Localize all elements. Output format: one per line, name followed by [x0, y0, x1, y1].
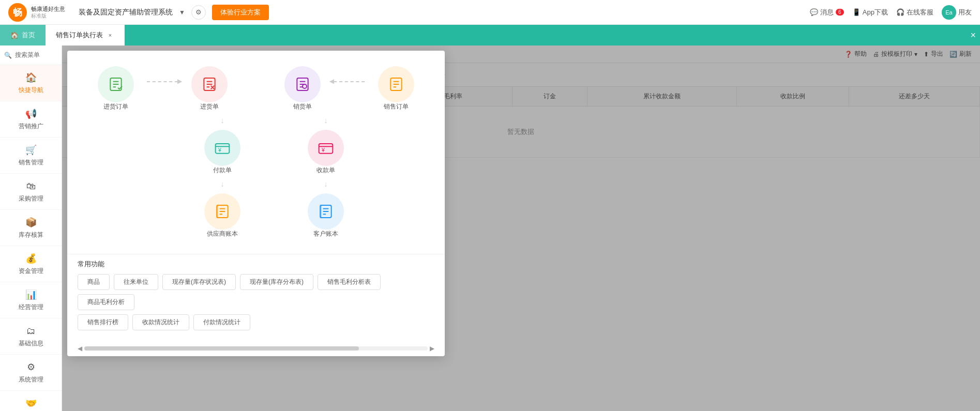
sidebar: 🔍 搜索菜单 🏠 快捷导航 📢 营销推广 🛒 销售管理 🛍 采购管理 📦 库存核…	[0, 45, 62, 411]
arrow-down-payment: ↓	[221, 180, 224, 188]
close-all-tabs-btn[interactable]: ×	[970, 30, 976, 41]
service-icon: 🎧	[896, 8, 904, 16]
svg-point-12	[303, 84, 307, 88]
sidebar-item-marketing[interactable]: 📢 营销推广	[0, 101, 62, 138]
func-btn-partner[interactable]: 往来单位	[114, 274, 158, 290]
sidebar-item-purchase[interactable]: 🛍 采购管理	[0, 174, 62, 210]
node-purchase-slip: 进货单	[182, 66, 237, 111]
common-functions: 常用功能 商品 往来单位 现存量(库存状况表) 现存量(库存分布表) 销售毛利分…	[67, 254, 445, 341]
settings-btn[interactable]: ⚙	[191, 5, 206, 20]
common-functions-title: 常用功能	[78, 260, 434, 269]
func-btn-receipt-stats[interactable]: 收款情况统计	[132, 314, 189, 330]
func-btn-stock-status[interactable]: 现存量(库存状况表)	[162, 274, 236, 290]
func-buttons-row-1: 商品 往来单位 现存量(库存状况表) 现存量(库存分布表) 销售毛利分析表 商品…	[78, 274, 434, 310]
purchase-order-icon	[98, 66, 134, 102]
supplier-ledger-icon	[204, 193, 240, 230]
arrow-purchase	[144, 81, 181, 97]
sales-icon: 🛒	[25, 144, 37, 156]
purchase-icon: 🛍	[25, 180, 37, 192]
marketing-icon: 📢	[25, 108, 37, 120]
node-customer-ledger: 客户账本	[295, 193, 357, 238]
scroll-right-btn[interactable]: ▶	[430, 345, 434, 352]
scroll-row: ◀ ▶	[67, 341, 445, 356]
avatar: Ea	[942, 5, 956, 20]
experience-btn[interactable]: 体验行业方案	[212, 5, 269, 20]
node-receipt: ¥ 收款单	[295, 130, 357, 175]
node-supplier-ledger: 供应商账本	[191, 193, 253, 238]
operations-icon: 📊	[25, 288, 37, 301]
func-btn-sales-rank[interactable]: 销售排行榜	[78, 314, 128, 330]
scroll-thumb	[84, 346, 359, 351]
purchase-slip-icon	[191, 66, 228, 102]
svg-rect-20	[319, 144, 333, 154]
func-btn-payment-stats[interactable]: 付款情况统计	[193, 314, 250, 330]
node-payment: ¥ 付款单	[191, 130, 253, 175]
scroll-track[interactable]	[84, 346, 428, 351]
workflow-diagram: 进货订单	[67, 51, 445, 254]
customer-ledger-icon	[308, 193, 344, 230]
tab-home[interactable]: 🏠 首页	[0, 25, 46, 45]
message-item[interactable]: 💬 消息 6	[810, 8, 844, 17]
func-buttons-row-2: 销售排行榜 收款情况统计 付款情况统计	[78, 314, 434, 330]
sidebar-item-system[interactable]: ⚙ 系统管理	[0, 355, 62, 391]
arrow-down-purchase: ↓	[221, 116, 224, 125]
quick-nav-icon: 🏠	[25, 71, 37, 84]
search-icon: 🔍	[4, 52, 12, 59]
arrow-sales	[330, 81, 368, 97]
sidebar-item-enterprise[interactable]: 🤝 企业协同	[0, 391, 62, 411]
sidebar-item-finance[interactable]: 💰 资金管理	[0, 246, 62, 282]
sidebar-item-quick-nav[interactable]: 🏠 快捷导航	[0, 65, 62, 101]
svg-rect-32	[320, 205, 322, 219]
func-btn-goods[interactable]: 商品	[78, 274, 110, 290]
payment-icon: ¥	[204, 130, 240, 166]
system-dropdown-btn[interactable]: ▼	[179, 9, 185, 16]
online-service-item[interactable]: 🎧 在线客服	[896, 8, 933, 17]
sales-order-icon	[378, 66, 414, 102]
sales-slip-icon	[284, 66, 321, 102]
logo-text: 畅康通好生意 标准版	[31, 5, 65, 19]
header-right: 💬 消息 6 📱 App下载 🎧 在线客服 Ea 用友	[810, 5, 972, 20]
finance-icon: 💰	[25, 252, 37, 265]
top-header: 畅 畅康通好生意 标准版 装备及固定资产辅助管理系统 ▼ ⚙ 体验行业方案 💬 …	[0, 0, 980, 25]
tab-close-btn[interactable]: ×	[106, 31, 114, 39]
logo-area: 畅 畅康通好生意 标准版	[8, 3, 70, 22]
message-icon: 💬	[810, 8, 818, 16]
inventory-icon: 📦	[25, 216, 37, 229]
home-icon: 🏠	[10, 32, 19, 39]
func-btn-sales-profit[interactable]: 销售毛利分析表	[318, 274, 381, 290]
message-badge: 6	[836, 9, 844, 16]
func-btn-stock-dist[interactable]: 现存量(库存分布表)	[240, 274, 313, 290]
arrows-row: ↓ ↓	[88, 116, 424, 125]
receipt-icon: ¥	[308, 130, 344, 166]
svg-rect-17	[216, 144, 230, 154]
enterprise-icon: 🤝	[25, 397, 37, 409]
sidebar-item-inventory[interactable]: 📦 库存核算	[0, 210, 62, 246]
arrow-down-sales: ↓	[324, 116, 328, 125]
arrow-down-receipt: ↓	[324, 180, 328, 188]
modal-box: 进货订单	[67, 51, 445, 356]
main-layout: 🔍 搜索菜单 🏠 快捷导航 📢 营销推广 🛒 销售管理 🛍 采购管理 📦 库存核…	[0, 45, 980, 411]
sidebar-item-basic-info[interactable]: 🗂 基础信息	[0, 318, 62, 355]
svg-text:¥: ¥	[321, 147, 325, 153]
arrows-row-2: ↓ ↓	[88, 180, 424, 188]
node-sales-slip: 销货单	[275, 66, 330, 111]
sidebar-search[interactable]: 🔍 搜索菜单	[0, 45, 62, 65]
nav-tabs: 🏠 首页 销售订单执行表 × ×	[0, 25, 980, 45]
phone-icon: 📱	[852, 8, 861, 16]
workflow-row-1: 进货订单	[88, 66, 424, 111]
system-icon: ⚙	[25, 361, 37, 373]
workflow-row-3: 供应商账本	[88, 193, 424, 238]
sidebar-item-operations[interactable]: 📊 经营管理	[0, 282, 62, 318]
basic-info-icon: 🗂	[25, 325, 37, 337]
user-item[interactable]: Ea 用友	[942, 5, 972, 20]
func-btn-goods-profit[interactable]: 商品毛利分析	[78, 294, 134, 310]
content-area: ❓ 帮助 🖨 按模板打印 ▾ ⬆ 导出 🔄 刷新 📅 ~	[62, 45, 980, 411]
sidebar-item-sales[interactable]: 🛒 销售管理	[0, 138, 62, 174]
tab-sales-order[interactable]: 销售订单执行表 ×	[46, 25, 125, 45]
modal-overlay[interactable]: 进货订单	[62, 45, 980, 411]
svg-text:¥: ¥	[218, 147, 221, 153]
logo-icon: 畅	[8, 3, 27, 22]
node-purchase-order: 进货订单	[88, 66, 144, 111]
scroll-left-btn[interactable]: ◀	[78, 345, 82, 352]
app-download-item[interactable]: 📱 App下载	[852, 8, 888, 17]
